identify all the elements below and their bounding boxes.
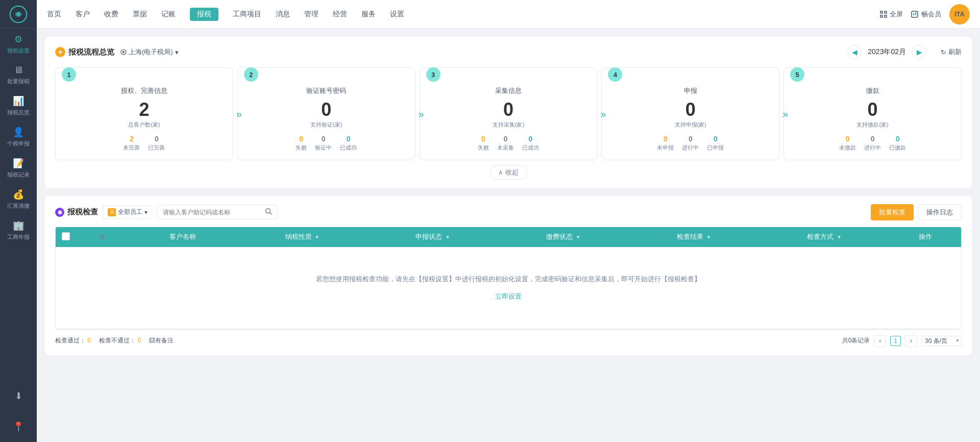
table-empty-state: 若您想使用报税检查功能，请先在【报税设置】中进行报税的初始化设置，完成密码验证和… [56,247,961,329]
gear-icon[interactable]: ⚙ [99,233,106,241]
filter-icon[interactable]: ▼ [837,234,842,240]
nav-business[interactable]: 工商项目 [233,8,261,21]
nav-fee[interactable]: 收费 [104,8,118,21]
batch-tax-icon: 🖥 [14,65,23,76]
chevron-down-icon: ▾ [144,209,148,216]
nav-client[interactable]: 客户 [76,8,90,21]
sidebar-item-batch-tax[interactable]: 🖥 批量报税 [0,60,37,90]
filter-icon[interactable]: ▼ [706,234,711,240]
settlement-icon: 💰 [13,189,24,200]
nav-settings[interactable]: 设置 [390,8,404,21]
filter-icon[interactable]: ▼ [576,234,581,240]
svg-rect-7 [913,13,914,15]
svg-point-10 [122,51,125,53]
col-checkbox [56,227,76,247]
stat-label: 已缴款 [889,144,906,152]
nav-operations[interactable]: 经营 [333,8,347,21]
step-subtitle-5: 支持缴款(家) [856,121,888,129]
nav-bookkeeping[interactable]: 记账 [161,8,176,21]
step-count-4: 0 [685,100,696,120]
refresh-icon: ↻ [941,48,946,56]
sidebar-item-label: 汇算清缴 [7,202,30,210]
nav-management[interactable]: 管理 [304,8,318,21]
search-btn[interactable] [260,205,277,219]
col-operation: 操作 [890,227,961,247]
sidebar-item-personal-tax[interactable]: 👤 个税申报 [0,121,37,153]
prev-month-btn[interactable]: ◀ [847,45,862,59]
sidebar-item-location[interactable]: 📍 [11,411,26,442]
operation-log-btn[interactable]: 操作日志 [918,204,962,220]
current-page: 1 [890,336,901,346]
step-count-3: 0 [503,100,513,120]
per-page-wrapper: 30 条/页 50 条/页 100 条/页 [921,336,962,346]
collapse-btn[interactable]: ∧ 收起 [489,165,527,180]
sidebar-item-download[interactable]: ⬇ [11,381,26,411]
sidebar-item-label: 报税记录 [7,171,30,179]
pass-val[interactable]: 0 [87,337,91,344]
sidebar-item-settlement[interactable]: 💰 汇算清缴 [0,184,37,215]
fullscreen-btn[interactable]: 全屏 [880,10,903,19]
employee-select[interactable]: 员 全部员工 ▾ [103,205,152,219]
per-page-select[interactable]: 30 条/页 50 条/页 100 条/页 [921,336,962,346]
sidebar-item-annual-report[interactable]: 🏢 工商年报 [0,215,37,246]
step-num-1: 1 [62,67,76,82]
step-stats-5: 0 未缴款 0 进行中 0 已缴款 [839,135,906,152]
refresh-btn[interactable]: ↻ 刷新 [941,47,962,57]
nav-tax[interactable]: 报税 [190,8,218,21]
tax-overview-icon: 📊 [13,95,24,107]
step-subtitle-4: 支持申报(家) [675,121,706,129]
personal-tax-icon: 👤 [13,127,24,138]
first-page-btn[interactable]: ‹ [874,335,886,347]
tax-settings-icon: ⚙ [14,34,22,45]
stat-label: 未完善 [123,144,140,152]
fail-val[interactable]: 0 [137,337,141,344]
filter-icon[interactable]: ▼ [314,234,320,240]
sidebar-item-tax-overview[interactable]: 📊 报税总览 [0,90,37,121]
stat-item: 0 失败 [296,135,307,152]
sidebar-bottom: ⬇ 📍 [11,381,26,442]
search-icon [265,208,272,215]
step-arrow-1: » [236,108,242,119]
next-page-btn[interactable]: › [905,335,917,347]
sidebar-item-label: 报税设置 [7,47,30,55]
user-avatar[interactable]: iTA [949,4,970,24]
employee-icon: 员 [108,208,116,216]
footer-right: 共0条记录 ‹ 1 › 30 条/页 50 条/页 100 条/页 [842,335,962,347]
sidebar-item-tax-records[interactable]: 📝 报税记录 [0,153,37,184]
stat-label: 验证中 [315,144,332,152]
stat-val: 0 [529,135,533,143]
nav-message[interactable]: 消息 [276,8,290,21]
main-area: 首页 客户 收费 票据 记账 报税 工商项目 消息 管理 经营 服务 设置 全屏… [37,0,980,442]
fail-stat: 检查不通过： 0 [99,336,141,345]
next-month-btn[interactable]: ▶ [912,45,926,59]
step-stats-3: 0 失败 0 未采集 0 已成功 [478,135,539,152]
location-icon: 📍 [13,421,24,432]
check-card: ◉ 报税检查 员 全部员工 ▾ 批量检查 操作日志 [45,196,972,355]
nav-invoice[interactable]: 票据 [133,8,147,21]
member-btn[interactable]: 畅会员 [911,10,941,19]
location-icon [120,49,127,55]
stat-label: 已申报 [707,144,724,152]
stat-val: 0 [846,135,850,143]
step-title-5: 缴款 [866,86,879,95]
nav-home[interactable]: 首页 [47,8,61,21]
batch-check-btn[interactable]: 批量检查 [871,204,914,220]
table-footer: 检查通过： 0 检查不通过： 0 囧有备注 共0条记录 ‹ 1 › 30 条/页 [55,330,962,347]
nav-service[interactable]: 服务 [361,8,376,21]
location-tag[interactable]: 上海(电子税局) ▾ [120,47,179,57]
sidebar: ⚙ 报税设置 🖥 批量报税 📊 报税总览 👤 个税申报 📝 报税记录 💰 汇算清… [0,0,37,442]
summary-header: + 报税流程总览 上海(电子税局) ▾ ◀ 2023年02月 ▶ ↻ 刷新 [55,45,962,59]
sidebar-item-tax-settings[interactable]: ⚙ 报税设置 [0,29,37,60]
step-num-2: 2 [244,67,258,82]
filter-icon[interactable]: ▼ [445,234,450,240]
topnav-right: 全屏 畅会员 iTA [880,4,970,24]
sidebar-item-label: 批量报税 [7,78,30,85]
setup-link[interactable]: 立即设置 [495,292,522,300]
search-input[interactable] [158,206,260,218]
stat-val: 0 [155,135,159,143]
app-logo[interactable] [0,0,37,29]
step-num-3: 3 [426,67,440,82]
select-all-checkbox[interactable] [62,232,70,240]
search-box [157,205,278,219]
svg-point-1 [16,12,20,16]
